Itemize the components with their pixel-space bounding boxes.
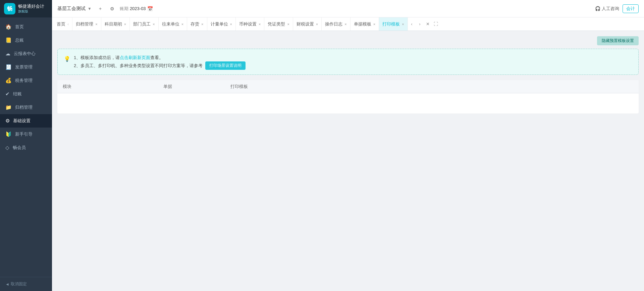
- hide-template-area: 隐藏预置模板设置: [57, 36, 639, 45]
- tab-currency[interactable]: 币种设置 ×: [236, 17, 264, 31]
- tab-close-icon[interactable]: ×: [230, 22, 232, 26]
- add-tab-button[interactable]: ＋: [96, 4, 105, 13]
- sidebar-logo: 畅 畅捷通好会计 旗舰版: [0, 0, 52, 17]
- tab-label: 操作日志: [325, 21, 342, 27]
- tab-tax-settings[interactable]: 财税设置 ×: [293, 17, 322, 31]
- sidebar-item-archive[interactable]: 📁 归档管理: [0, 101, 52, 114]
- tabbar: 首页 ‹ 归档管理 × 科目期初 × 部门员工 × 往来单位 × 存货 × 计量…: [52, 17, 644, 31]
- tab-next-button[interactable]: ›: [416, 17, 424, 31]
- hide-template-button[interactable]: 隐藏预置模板设置: [597, 36, 639, 45]
- notice-row-1: 1、模板添加成功后，请点击刷新新页面查看。: [74, 54, 632, 61]
- sidebar-item-label: 新手引导: [15, 131, 33, 137]
- tab-close-icon[interactable]: ×: [153, 22, 155, 26]
- sidebar-item-guide[interactable]: 🔰 新手引导: [0, 128, 52, 141]
- guide-icon: 🔰: [5, 131, 12, 137]
- tab-dept-staff[interactable]: 部门员工 ×: [130, 17, 158, 31]
- tab-close-icon[interactable]: ×: [124, 22, 126, 26]
- sidebar-item-invoice[interactable]: 🧾 发票管理: [0, 60, 52, 74]
- tab-close-icon[interactable]: ×: [287, 22, 289, 26]
- tab-counterpart[interactable]: 往来单位 ×: [159, 17, 187, 31]
- tab-op-log[interactable]: 操作日志 ×: [322, 17, 350, 31]
- calendar-icon[interactable]: 📅: [147, 6, 153, 11]
- sidebar-item-checkout[interactable]: ✔ 结账: [0, 87, 52, 101]
- sidebar-unpin[interactable]: ◄ 取消固定: [0, 277, 52, 291]
- tab-close-icon[interactable]: ×: [95, 22, 97, 26]
- user-role-badge[interactable]: 会计: [623, 4, 639, 13]
- tab-close-icon[interactable]: ×: [181, 22, 183, 26]
- tab-close-icon[interactable]: ×: [259, 22, 261, 26]
- notice-row-2: 2、多员工、多打印机、多种业务类型设置不同打印方案等，请参考 打印场景设置说明: [74, 61, 632, 70]
- tab-print-tpl[interactable]: 打印模板 ×: [379, 17, 408, 31]
- tab-label: 币种设置: [239, 21, 257, 27]
- tab-prev-button[interactable]: ‹: [408, 17, 416, 31]
- period-value: 2023-03: [130, 6, 146, 11]
- tab-home[interactable]: 首页 ‹: [53, 17, 72, 31]
- sidebar-item-label: 归档管理: [15, 104, 33, 110]
- logo-title: 畅捷通好会计: [18, 4, 44, 9]
- settings-gear-button[interactable]: ⚙: [108, 4, 117, 13]
- tab-close-icon[interactable]: ×: [402, 22, 404, 26]
- table-body: [57, 93, 639, 113]
- report-icon: ☁: [5, 51, 10, 57]
- tab-close-icon[interactable]: ×: [373, 22, 375, 26]
- sidebar-item-label: 畅会员: [13, 145, 26, 151]
- tab-label: 打印模板: [382, 21, 400, 27]
- sidebar-item-label: 总账: [15, 37, 24, 43]
- sidebar-item-member[interactable]: ◇ 畅会员: [0, 141, 52, 154]
- tab-voucher-type[interactable]: 凭证类型 ×: [264, 17, 293, 31]
- tab-close-icon[interactable]: ×: [201, 22, 203, 26]
- sidebar-item-settings[interactable]: ⚙ 基础设置: [0, 114, 52, 128]
- logo-subtitle: 旗舰版: [18, 9, 44, 14]
- tab-label: 科目期初: [105, 21, 122, 27]
- tab-label: 计量单位: [211, 21, 228, 27]
- sidebar-item-ledger[interactable]: 📒 总账: [0, 34, 52, 47]
- notice-text-1b: 查看。: [150, 55, 163, 60]
- checkout-icon: ✔: [5, 91, 10, 97]
- tab-single-form[interactable]: 单据模板 ×: [351, 17, 379, 31]
- tab-expand-button[interactable]: ⛶: [432, 17, 440, 31]
- invoice-icon: 🧾: [5, 64, 12, 70]
- period-label: 账期: [120, 6, 128, 12]
- tab-label: 财税设置: [297, 21, 314, 27]
- project-name: 基层工会测试: [57, 6, 86, 12]
- refresh-link[interactable]: 点击刷新新页面: [120, 55, 150, 60]
- sidebar-nav: 🏠 首页 📒 总账 ☁ 云报表中心 🧾 发票管理 💰 税务管理 ✔ 结账 📁 归…: [0, 17, 52, 277]
- help-button[interactable]: 🎧 人工咨询: [595, 6, 619, 12]
- logo-icon: 畅: [4, 3, 15, 14]
- sidebar-item-tax[interactable]: 💰 税务管理: [0, 74, 52, 87]
- tab-close-icon[interactable]: ×: [344, 22, 346, 26]
- content-area: 隐藏预置模板设置 💡 1、模板添加成功后，请点击刷新新页面查看。 2、多员工、多…: [52, 31, 644, 291]
- tab-archive[interactable]: 归档管理 ×: [72, 17, 101, 31]
- tab-inventory[interactable]: 存货 ×: [187, 17, 207, 31]
- unpin-arrow: ◄: [5, 282, 9, 287]
- tab-label: 单据模板: [354, 21, 371, 27]
- project-dropdown-icon: ▼: [88, 6, 92, 11]
- headset-icon: 🎧: [595, 6, 600, 11]
- main-area: 基层工会测试 ▼ ＋ ⚙ 账期 2023-03 📅 🎧 人工咨询 会计 首页 ‹: [52, 0, 644, 291]
- explain-button[interactable]: 打印场景设置说明: [205, 61, 246, 70]
- notice-text-2a: 2、多员工、多打印机、多种业务类型设置不同打印方案等，请参考: [74, 62, 203, 69]
- tab-label: 凭证类型: [268, 21, 285, 27]
- sidebar-item-home[interactable]: 🏠 首页: [0, 20, 52, 34]
- tab-measure-unit[interactable]: 计量单位 ×: [207, 17, 236, 31]
- tab-label: 归档管理: [76, 21, 93, 27]
- sidebar-item-label: 首页: [15, 24, 24, 30]
- sidebar-item-label: 结账: [13, 91, 22, 97]
- archive-icon: 📁: [5, 104, 12, 110]
- sidebar-item-report[interactable]: ☁ 云报表中心: [0, 47, 52, 60]
- notice-text: 1、模板添加成功后，请点击刷新新页面查看。 2、多员工、多打印机、多种业务类型设…: [74, 54, 632, 70]
- tab-close-all-button[interactable]: ✕: [424, 17, 432, 31]
- tab-home-label: 首页: [57, 21, 65, 27]
- logo-icon-text: 畅: [7, 5, 12, 12]
- tab-close-icon[interactable]: ×: [316, 22, 318, 26]
- tab-home-sep: ‹: [67, 21, 69, 27]
- print-template-table: 模块 单据 打印模板: [57, 80, 639, 113]
- notice-text-1a: 1、模板添加成功后，请: [74, 55, 120, 60]
- topbar: 基层工会测试 ▼ ＋ ⚙ 账期 2023-03 📅 🎧 人工咨询 会计: [52, 0, 644, 17]
- project-selector[interactable]: 基层工会测试 ▼: [57, 6, 92, 12]
- tax-icon: 💰: [5, 78, 12, 84]
- sidebar-item-label: 基础设置: [13, 118, 31, 124]
- tab-period-init[interactable]: 科目期初 ×: [101, 17, 130, 31]
- notice-line-1: 💡 1、模板添加成功后，请点击刷新新页面查看。 2、多员工、多打印机、多种业务类…: [64, 54, 632, 70]
- sidebar-item-label: 云报表中心: [14, 51, 36, 57]
